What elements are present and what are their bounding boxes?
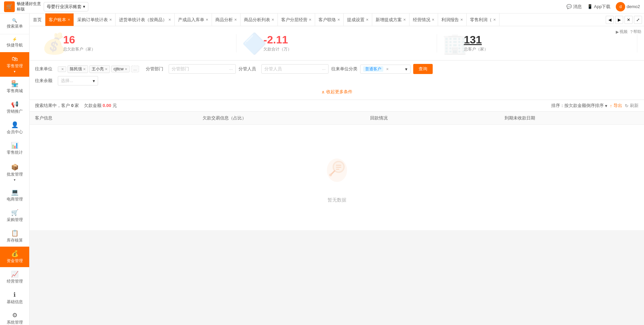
tab-prev-button[interactable]: ◀ (606, 16, 614, 24)
tab-close-product-analysis-list[interactable]: ✕ (271, 18, 274, 22)
sidebar-item-retail-mall[interactable]: 🏪 零售商城 (0, 77, 29, 97)
marketing-icon: 📢 (11, 101, 18, 108)
staff-select[interactable]: 分管人员 ··· (261, 64, 329, 74)
sidebar-search-area: 🔍 搜索菜单 (0, 13, 29, 34)
tag-wang-close[interactable]: ✕ (105, 67, 108, 71)
sidebar-item-basic-info[interactable]: ℹ 基础信息 (0, 288, 29, 308)
tab-customer-contact[interactable]: 客户联络 ✕ (315, 13, 344, 26)
sidebar: 🔍 搜索菜单 ⚡ 快捷导航 🛍 零售管理 ▾ 🏪 零售商城 📢 营销推广 👤 会… (0, 13, 30, 325)
tab-home[interactable]: 首页 (30, 13, 45, 26)
unit-category-label: 往来单位分类 (331, 66, 357, 72)
tag-more[interactable]: ... (131, 66, 139, 72)
tab-close-purchase-incoming[interactable]: ✕ (168, 18, 171, 22)
sidebar-item-member-center[interactable]: 👤 会员中心 (0, 118, 29, 138)
dept-select[interactable]: 分管部门 ··· (169, 64, 236, 74)
video-help-button[interactable]: ▶ 视频 (616, 29, 628, 35)
tag-empty-close[interactable]: ✕ (61, 67, 64, 71)
sidebar-item-finance[interactable]: 💰 资金管理 (0, 247, 29, 267)
tab-close-profit-report[interactable]: ✕ (460, 18, 463, 22)
avatar: d (616, 2, 625, 11)
filter-row-1: 往来单位 ✕ 陈民强 ✕ 王小亮 ✕ (35, 64, 639, 74)
refresh-button[interactable]: ↻ 刷新 (625, 103, 639, 109)
quick-nav-button[interactable]: ⚡ 快捷导航 (0, 34, 29, 51)
sidebar-item-inventory[interactable]: 📋 库存核算 (0, 226, 29, 247)
top-bar: 🛒 畅捷通好生意 标版 母婴行业演示账套 ▾ 💬 消息 📱 App下载 d de… (0, 0, 644, 13)
export-button[interactable]: ↑ 导出 (610, 103, 622, 109)
top-bar-left: 🛒 畅捷通好生意 标版 母婴行业演示账套 ▾ (4, 1, 88, 12)
tab-purchase-incoming[interactable]: 进货单统计表（按商品） ✕ (116, 13, 175, 26)
inventory-icon: 📋 (11, 229, 18, 237)
logo-icon: 🛒 (4, 1, 15, 12)
collapse-button[interactable]: ∧ 收起更多条件 (319, 87, 355, 96)
search-menu-button[interactable]: 🔍 搜索菜单 (3, 16, 27, 31)
app-download-button[interactable]: 📱 App下载 (587, 4, 610, 10)
tab-close-customer-segmentation[interactable]: ✕ (309, 18, 311, 22)
tab-close-product-inbound[interactable]: ✕ (206, 18, 208, 22)
tab-business-situation[interactable]: 经营情况 ✕ (410, 13, 438, 26)
tag-cjttcw-close[interactable]: ✕ (125, 67, 127, 71)
data-table: 客户信息 欠款交易信息（占比） 回款情况 到期未收款日期 (30, 112, 644, 230)
help-button[interactable]: ? 帮助 (630, 29, 641, 35)
tab-controls: ◀ ▶ ✕ ⤢ (604, 16, 644, 24)
unit-cat-tag-close[interactable]: ✕ (386, 67, 389, 71)
tab-close-customer-accounts[interactable]: ✕ (68, 18, 70, 22)
expand-icon-wholesale: ▾ (14, 178, 15, 182)
tab-expand-button[interactable]: ⤢ (634, 16, 642, 24)
finance-icon: 💰 (11, 250, 18, 257)
query-button[interactable]: 查询 (413, 64, 433, 74)
filter-area: 往来单位 ✕ 陈民强 ✕ 王小亮 ✕ (30, 61, 644, 100)
tab-next-button[interactable]: ▶ (615, 16, 623, 24)
user-avatar-area[interactable]: d demo2 (616, 2, 640, 11)
sidebar-item-operations[interactable]: 📈 经营管理 (0, 267, 29, 288)
dept-filter-label: 分管部门 (146, 66, 166, 72)
sidebar-item-retail-stats[interactable]: 📊 零售统计 (0, 138, 29, 159)
sidebar-item-wholesale[interactable]: 📦 批发管理 ▾ (0, 160, 29, 185)
tab-close-all-button[interactable]: ✕ (625, 16, 633, 24)
tab-purchase-stats[interactable]: 采购订单统计表 ✕ (74, 13, 116, 26)
tab-close-retail-profit[interactable]: ✕ (493, 18, 496, 22)
sidebar-item-ecommerce[interactable]: 💻 电商管理 (0, 185, 29, 206)
summary-card-debtors: 💰 16 总欠款客户（家） (36, 32, 237, 55)
tab-product-inbound[interactable]: 产成品入库单 ✕ (175, 13, 212, 26)
balance-select[interactable]: 选择... ▾ (58, 76, 98, 85)
unit-cat-chevron: ▾ (405, 67, 407, 72)
tab-close-product-analysis[interactable]: ✕ (234, 18, 237, 22)
tab-close-promotion-settings[interactable]: ✕ (366, 18, 369, 22)
tab-close-customer-contact[interactable]: ✕ (337, 18, 340, 22)
nav-icon: ⚡ (12, 37, 17, 42)
member-icon: 👤 (11, 121, 18, 129)
empty-illustration (320, 152, 354, 192)
tag-chen-close[interactable]: ✕ (83, 67, 86, 71)
tab-promotion-settings[interactable]: 提成设置 ✕ (344, 13, 372, 26)
tab-close-add-promotion[interactable]: ✕ (403, 18, 406, 22)
tab-customer-accounts[interactable]: 客户账本 ✕ (45, 13, 74, 26)
sidebar-item-marketing[interactable]: 📢 营销推广 (0, 97, 29, 118)
unit-category-select[interactable]: 普通客户 ✕ ▾ (360, 65, 411, 74)
col-header-debt: 欠款交易信息（占比） (203, 115, 370, 121)
tab-profit-report[interactable]: 利润报告 ✕ (438, 13, 467, 26)
sidebar-item-system[interactable]: ⚙ 系统管理 (0, 308, 29, 325)
tab-add-promotion[interactable]: 新增提成方案 ✕ (372, 13, 410, 26)
total-debtors-label: 总欠款客户（家） (63, 46, 95, 52)
summary-card-debt-amount: 🔷 -2.11 欠款合计（万） (237, 32, 437, 55)
tab-product-analysis[interactable]: 商品分析 ✕ (212, 13, 241, 26)
top-bar-right: 💬 消息 📱 App下载 d demo2 (566, 2, 640, 11)
message-button[interactable]: 💬 消息 (566, 4, 582, 10)
sort-button[interactable]: 排序：按欠款金额倒序排序 ▾ (551, 103, 607, 109)
ecommerce-icon: 💻 (11, 188, 18, 196)
staff-more-icon: ··· (322, 67, 326, 72)
sidebar-item-purchase[interactable]: 🛒 采购管理 (0, 206, 29, 226)
tab-retail-profit[interactable]: 零售利润（ ✕ (467, 13, 500, 26)
content-area: 首页 客户账本 ✕ 采购订单统计表 ✕ 进货单统计表（按商品） ✕ 产成品入库单… (30, 13, 644, 325)
tab-product-analysis-list[interactable]: 商品分析列表 ✕ (241, 13, 278, 26)
tab-close-business-situation[interactable]: ✕ (432, 18, 434, 22)
store-selector[interactable]: 母婴行业演示账套 ▾ (44, 2, 88, 11)
tab-customer-segmentation[interactable]: 客户分层经营 ✕ (278, 13, 315, 26)
unit-filter-tags: ✕ 陈民强 ✕ 王小亮 ✕ cjttcw ✕ (58, 65, 139, 73)
sidebar-item-retail-mgmt[interactable]: 🛍 零售管理 ▾ (0, 52, 29, 77)
tab-close-purchase-stats[interactable]: ✕ (109, 18, 112, 22)
system-icon: ⚙ (12, 312, 17, 319)
download-icon: 📱 (587, 4, 593, 9)
message-icon: 💬 (566, 4, 572, 9)
refresh-icon: ↻ (625, 103, 629, 108)
